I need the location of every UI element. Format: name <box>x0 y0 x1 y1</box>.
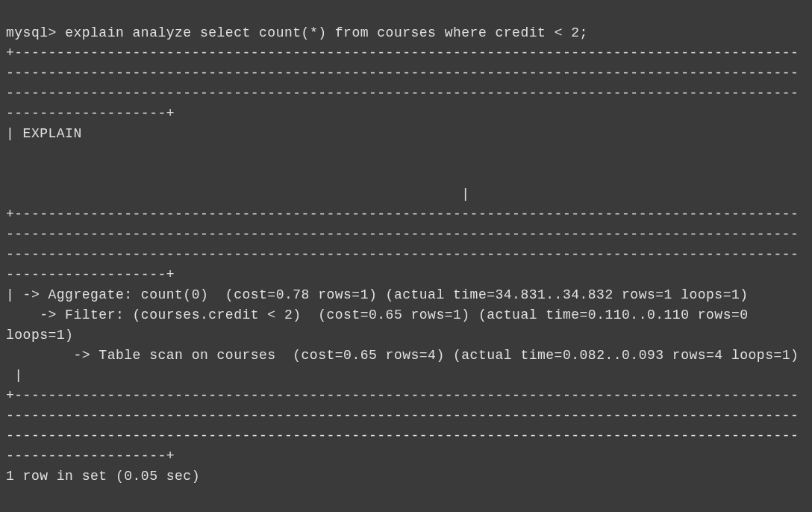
table-border-top: +---------------------------------------… <box>6 46 799 121</box>
explain-tablescan: -> Table scan on courses (cost=0.65 rows… <box>6 348 799 363</box>
terminal-window[interactable]: mysql> explain analyze select count(*) f… <box>6 3 806 487</box>
table-header-end: | <box>6 187 470 202</box>
explain-filter: -> Filter: (courses.credit < 2) (cost=0.… <box>6 307 757 343</box>
sql-command: explain analyze select count(*) from cou… <box>65 25 588 40</box>
table-border-bottom: +---------------------------------------… <box>6 388 799 463</box>
mysql-prompt: mysql> explain analyze select count(*) f… <box>6 25 588 40</box>
explain-aggregate: | -> Aggregate: count(0) (cost=0.78 rows… <box>6 287 749 302</box>
result-summary: 1 row in set (0.05 sec) <box>6 469 200 484</box>
table-header: | EXPLAIN <box>6 126 82 141</box>
table-row-end: | <box>6 368 23 383</box>
table-border-mid: +---------------------------------------… <box>6 207 799 282</box>
